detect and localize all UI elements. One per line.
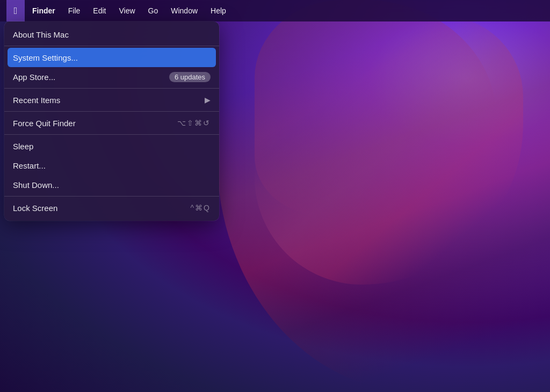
menu-item-sleep-label: Sleep (13, 142, 211, 151)
menu-item-restart[interactable]: Restart... (4, 156, 219, 175)
separator-5 (4, 196, 219, 197)
menubar-go[interactable]: Go (143, 0, 164, 21)
menubar-help[interactable]: Help (205, 0, 231, 21)
menu-item-recent-items[interactable]: Recent Items ▶ (4, 90, 219, 110)
separator-4 (4, 134, 219, 135)
apple-menu-button[interactable]:  (6, 0, 25, 21)
separator-3 (4, 111, 219, 112)
menu-item-system-settings[interactable]: System Settings... (8, 48, 216, 67)
menu-item-shut-down-label: Shut Down... (13, 180, 211, 190)
menu-item-sleep[interactable]: Sleep (4, 136, 219, 156)
force-quit-shortcut: ⌥⇧⌘↺ (177, 119, 211, 127)
menu-item-restart-label: Restart... (13, 161, 211, 170)
menu-item-app-store-label: App Store... (13, 72, 169, 82)
menubar-edit[interactable]: Edit (88, 0, 111, 21)
apple-menu-dropdown: About This Mac System Settings... App St… (4, 21, 219, 221)
menubar-window[interactable]: Window (165, 0, 203, 21)
menu-item-recent-items-label: Recent Items (13, 96, 205, 105)
menu-item-about[interactable]: About This Mac (4, 25, 219, 44)
app-store-updates-badge: 6 updates (169, 72, 211, 82)
apple-logo-icon:  (14, 5, 18, 17)
separator-1 (4, 46, 219, 46)
menu-item-about-label: About This Mac (13, 30, 211, 39)
menu-item-lock-screen[interactable]: Lock Screen ^⌘Q (4, 198, 219, 217)
menu-item-force-quit[interactable]: Force Quit Finder ⌥⇧⌘↺ (4, 113, 219, 133)
menubar-finder[interactable]: Finder (27, 0, 61, 21)
menu-item-shut-down[interactable]: Shut Down... (4, 175, 219, 194)
recent-items-chevron-icon: ▶ (205, 96, 211, 104)
menu-item-force-quit-label: Force Quit Finder (13, 119, 177, 128)
menubar:  Finder File Edit View Go Window Help (0, 0, 550, 21)
separator-2 (4, 88, 219, 89)
menu-item-lock-screen-label: Lock Screen (13, 204, 191, 213)
menubar-file[interactable]: File (63, 0, 86, 21)
lock-screen-shortcut: ^⌘Q (191, 204, 211, 212)
menu-item-app-store[interactable]: App Store... 6 updates (4, 67, 219, 86)
menubar-view[interactable]: View (113, 0, 140, 21)
menu-item-system-settings-label: System Settings... (13, 53, 211, 62)
